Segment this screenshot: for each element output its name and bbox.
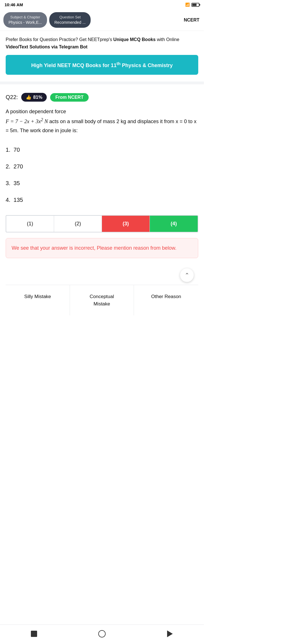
like-badge: 👍 81% [21,93,47,102]
ncert-tab-label: NCERT [184,18,201,23]
option-2[interactable]: 2. 270 [6,158,198,175]
tab-subject-sublabel: Physics - Work,E... [8,20,42,25]
tab-subject-label: Subject & Chapter [8,15,42,20]
question-section: Q22: 👍 81% From NCERT A position depende… [0,88,204,320]
nav-home-button[interactable] [97,629,107,639]
options-list: 1. 70 2. 270 3. 35 4. 135 [6,142,198,208]
reason-conceptual[interactable]: ConceptualMistake [70,285,134,315]
option-4[interactable]: 4. 135 [6,192,198,208]
nav-back-button[interactable] [165,629,175,639]
like-percentage: 81% [33,95,42,100]
battery-icon [191,3,199,7]
status-bar: 10:46 AM 📶 [0,0,204,9]
reason-other-label: Other Reason [151,294,181,299]
promo-text: Prefer Books for Question Practice? Get … [6,36,198,50]
reason-section: Silly Mistake ConceptualMistake Other Re… [6,285,198,315]
incorrect-message: We see that your answer is incorrect, Pl… [12,244,192,252]
promo-button[interactable]: High Yield NEET MCQ Books for 11th Physi… [6,55,198,75]
signal-icon: 📶 [185,3,190,7]
status-time: 10:46 AM [5,2,23,7]
incorrect-banner: We see that your answer is incorrect, Pl… [6,238,198,258]
question-line1: A position dependent force [6,109,66,114]
question-formula: F = 7 − 2x + 3x2 N [6,118,49,124]
bottom-nav [0,624,204,644]
answer-option-2[interactable]: (2) [54,216,102,232]
square-icon [31,631,37,637]
option-3[interactable]: 3. 35 [6,175,198,192]
promo-section: Prefer Books for Question Practice? Get … [0,31,204,78]
ncert-badge: From NCERT [50,93,89,102]
reason-silly[interactable]: Silly Mistake [6,285,70,315]
reason-other[interactable]: Other Reason [134,285,198,315]
reason-silly-label: Silly Mistake [24,294,51,299]
nav-square-button[interactable] [29,629,39,639]
answer-option-4[interactable]: (4) [150,216,198,232]
scroll-area: ⌃ [6,265,198,282]
tab-bar: Subject & Chapter Physics - Work,E... Qu… [0,9,204,31]
status-icons: 📶 [185,3,199,7]
answer-option-3[interactable]: (3) [102,216,150,232]
reason-conceptual-label: ConceptualMistake [89,294,114,307]
tab-question-set-sublabel: Recommended ... [54,20,86,25]
chevron-up-icon: ⌃ [185,272,189,279]
promo-bold1: Unique MCQ Books [113,37,155,42]
thumbs-up-icon: 👍 [26,95,31,100]
tab-subject[interactable]: Subject & Chapter Physics - Work,E... [3,12,47,28]
answer-option-1[interactable]: (1) [6,216,54,232]
promo-bold2: Video/Text Solutions via Telegram Bot [6,44,88,49]
answer-grid: (1) (2) (3) (4) [6,215,198,232]
tab-question-set[interactable]: Question Set Recommended ... [49,12,91,28]
back-triangle-icon [167,630,173,637]
bottom-spacer [0,320,204,343]
circle-icon [98,630,106,637]
question-header: Q22: 👍 81% From NCERT [6,93,198,102]
option-1[interactable]: 1. 70 [6,142,198,158]
question-text: A position dependent force F = 7 − 2x + … [6,107,198,135]
section-divider [0,82,204,84]
question-number: Q22: [6,94,18,100]
scroll-up-button[interactable]: ⌃ [180,268,194,282]
tab-question-set-label: Question Set [54,15,86,20]
